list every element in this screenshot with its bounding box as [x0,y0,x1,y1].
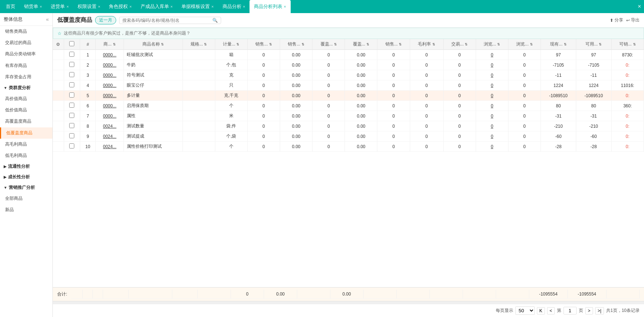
row-name-cell[interactable]: 启用保质期 [124,101,183,111]
export-button[interactable]: ↩ 导出 [626,17,640,23]
row-code-cell[interactable]: 0000... [96,111,124,121]
close-icon[interactable]: × [66,0,68,13]
row-name-cell[interactable]: 牛奶 [124,60,183,70]
close-icon[interactable]: × [284,0,286,13]
share-button[interactable]: ⬆ 分享 [610,17,623,23]
sidebar-item-sales-products[interactable]: 销售类商品 [0,26,52,37]
row-code-cell[interactable]: 0024... [96,121,124,131]
row-checkbox[interactable] [69,52,74,57]
first-page-button[interactable]: K [537,307,545,314]
sidebar-item-low-value[interactable]: 低价值商品 [0,104,52,116]
prev-page-button[interactable]: < [547,307,555,314]
row-code-cell[interactable]: 0000... [96,70,124,80]
browse1-link[interactable]: 0 [491,83,493,88]
row-name-cell[interactable]: 测试数量 [124,121,183,131]
row-code-cell[interactable]: 0000... [96,60,124,70]
row-checkbox[interactable] [69,92,74,98]
browse1-link[interactable]: 0 [491,144,493,149]
nav-tab-inventory[interactable]: 产成品入库单 × [136,0,177,13]
browse2-column-header[interactable]: 浏览... ⇅ [508,39,541,50]
sales-amt-column-header[interactable]: 销售... ⇅ [280,39,313,50]
row-name-cell[interactable]: 多计量 [124,91,183,101]
settings-column-header[interactable]: ⚙ [53,39,64,50]
search-input[interactable] [122,18,212,23]
row-code-cell[interactable]: 0000... [96,80,124,91]
browse1-column-header[interactable]: 浏览... ⇅ [476,39,508,50]
code-column-header[interactable]: 商... ⇅ [96,39,124,50]
unit-column-header[interactable]: 计量... ⇅ [215,39,247,50]
sidebar-item-high-value[interactable]: 高价值商品 [0,93,52,104]
close-icon[interactable]: × [98,0,100,13]
search-icon[interactable]: 🔍 [212,18,218,23]
sidebar-group-marketing[interactable]: ▼ 营销推广分析 [0,182,52,193]
last-page-button[interactable]: >| [595,307,604,314]
sidebar-item-inventory-funds[interactable]: 库存资金占用 [0,71,52,83]
sellable-column-header[interactable]: 可销... ⇅ [611,39,644,50]
page-number-input[interactable] [564,307,577,314]
row-code-cell[interactable]: 0000... [96,50,124,60]
sidebar-item-traded-products[interactable]: 交易过的商品 [0,37,52,48]
nav-tab-purchase[interactable]: 进货单 × [46,0,73,13]
sidebar-item-high-gross[interactable]: 高毛利商品 [0,139,52,150]
close-icon[interactable]: × [129,0,131,13]
row-name-cell[interactable]: 属性价格打印测试 [124,142,183,152]
available-column-header[interactable]: 可用... ⇅ [576,39,611,50]
browse1-link[interactable]: 0 [491,93,493,98]
spec-column-header[interactable]: 规格... ⇅ [182,39,215,50]
row-checkbox[interactable] [69,113,74,118]
nav-tab-template[interactable]: 单据模板设置 × [177,0,218,13]
row-checkbox[interactable] [69,143,74,148]
sidebar-collapse-button[interactable]: « [46,16,49,22]
row-checkbox[interactable] [69,133,74,138]
row-name-cell[interactable]: 旺辅批次测试 [124,50,183,60]
browse1-link[interactable]: 0 [491,63,493,68]
row-name-cell[interactable]: 测试提成 [124,131,183,142]
sidebar-item-high-coverage[interactable]: 高覆盖度商品 [0,116,52,127]
browse1-link[interactable]: 0 [491,73,493,78]
horizontal-scrollbar[interactable] [53,301,644,304]
row-checkbox[interactable] [69,72,74,77]
row-code-cell[interactable]: 0000... [96,91,124,101]
filter-recent-month-button[interactable]: 近一月 [95,16,116,24]
row-code-cell[interactable]: 0000... [96,101,124,111]
sidebar-item-new-products[interactable]: 新品 [0,204,52,215]
sales3-column-header[interactable]: 销售... ⇅ [377,39,410,50]
coverage1-column-header[interactable]: 覆盖... ⇅ [313,39,345,50]
close-icon[interactable]: × [170,0,173,13]
sidebar-item-low-coverage[interactable]: 低覆盖度商品 [0,127,52,139]
trade-column-header[interactable]: 交易... ⇅ [443,39,476,50]
row-checkbox[interactable] [69,62,74,67]
browse1-link[interactable]: 0 [491,52,493,58]
row-name-cell[interactable]: 眼宝公仔 [124,80,183,91]
row-code-cell[interactable]: 0024... [96,142,124,152]
row-name-cell[interactable]: 属性 [124,111,183,121]
close-icon[interactable]: × [40,0,42,13]
nav-tab-sales[interactable]: 销货单 × [20,0,46,13]
per-page-select[interactable]: 50 100 200 [515,306,535,315]
sidebar-group-flow[interactable]: ▶ 流通性分析 [0,161,52,172]
browse1-link[interactable]: 0 [491,134,493,139]
nav-tab-analysis-list[interactable]: 商品分析列表 × [250,0,290,13]
close-all-button[interactable]: × [638,3,641,10]
row-name-cell[interactable]: 符号测试 [124,70,183,80]
row-code-cell[interactable]: 0024... [96,131,124,142]
sidebar-item-category-rate[interactable]: 商品分类动销率 [0,48,52,60]
nav-tab-permissions[interactable]: 权限设置 × [73,0,105,13]
current-column-header[interactable]: 现有... ⇅ [541,39,576,50]
close-icon[interactable]: × [243,0,245,13]
gross-rate-column-header[interactable]: 毛利率 ⇅ [410,39,443,50]
sidebar-item-in-stock[interactable]: 有库存商品 [0,60,52,71]
row-checkbox[interactable] [69,103,74,108]
sidebar-item-low-gross[interactable]: 低毛利商品 [0,150,52,161]
sidebar-item-all-products[interactable]: 全部商品 [0,193,52,204]
browse1-link[interactable]: 0 [491,103,493,108]
name-column-header[interactable]: 商品名称 ⇅ [124,39,183,50]
close-icon[interactable]: × [211,0,213,13]
coverage2-column-header[interactable]: 覆盖... ⇅ [345,39,377,50]
sidebar-group-growth[interactable]: ▶ 成长性分析 [0,172,52,182]
sales-qty-column-header[interactable]: 销售... ⇅ [247,39,280,50]
nav-tab-home[interactable]: 首页 [1,0,20,13]
browse1-link[interactable]: 0 [491,124,493,129]
next-page-button[interactable]: > [585,307,593,314]
row-checkbox[interactable] [69,82,74,87]
